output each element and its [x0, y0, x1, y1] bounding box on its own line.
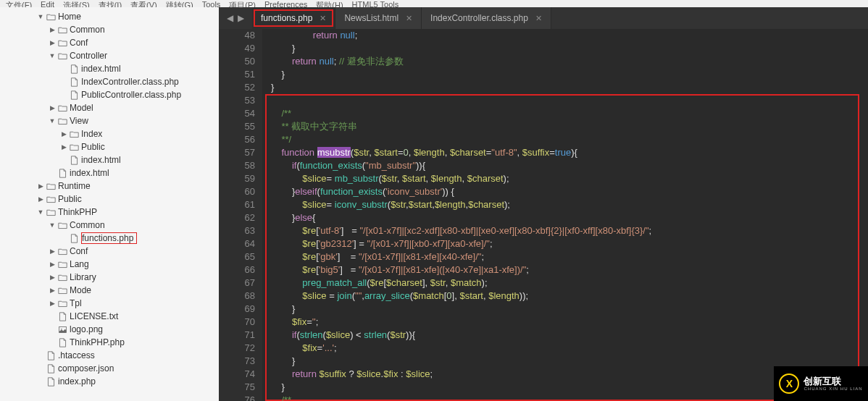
- folder-open-icon: [57, 51, 68, 61]
- file-icon: [57, 338, 68, 347]
- editor-pane: ◀ ▶ functions.php✕NewsList.html✕IndexCon…: [219, 7, 868, 401]
- menu-bar[interactable]: 文件(F)Edit选择(S)查找(I)查看(V)跳转(G)Tools项目(P)P…: [0, 0, 868, 7]
- tree-label: Home: [58, 12, 81, 22]
- tree-item[interactable]: composer.json: [0, 362, 219, 375]
- expander-icon[interactable]: ▼: [36, 208, 45, 216]
- tree-item[interactable]: ▶Lang: [0, 258, 219, 271]
- expander-icon[interactable]: ▼: [48, 117, 57, 124]
- code[interactable]: return null; } return null; // 避免非法参数 }}…: [262, 29, 868, 401]
- tab[interactable]: IndexController.class.php✕: [422, 7, 551, 29]
- tree-item[interactable]: functions.php: [0, 232, 219, 245]
- menu-item[interactable]: 文件(F): [6, 0, 32, 7]
- tree-label: index.html: [81, 155, 121, 165]
- tree-item[interactable]: index.html: [0, 166, 219, 180]
- menu-item[interactable]: HTML5 Tools: [352, 0, 399, 7]
- tree-item[interactable]: ▼ThinkPHP: [0, 206, 219, 219]
- tree-item[interactable]: ThinkPHP.php: [0, 336, 219, 349]
- menu-item[interactable]: 帮助(H): [316, 0, 343, 7]
- tree-item[interactable]: ▶Common: [0, 23, 219, 36]
- tree-item[interactable]: .htaccess: [0, 349, 219, 362]
- folder-icon: [57, 260, 68, 269]
- folder-icon: [68, 130, 80, 139]
- tree-item[interactable]: PublicController.class.php: [0, 88, 219, 101]
- menu-item[interactable]: 查找(I): [99, 0, 122, 7]
- menu-item[interactable]: Preferences: [264, 0, 307, 7]
- expander-icon[interactable]: ▶: [59, 130, 68, 138]
- tree-item[interactable]: ▶Library: [0, 271, 219, 284]
- tree-item[interactable]: ▶Public: [0, 193, 219, 206]
- file-tree[interactable]: ▼Home▶Common▶Conf▼Controllerindex.htmlIn…: [0, 7, 219, 401]
- expander-icon[interactable]: ▼: [48, 52, 57, 59]
- tree-item[interactable]: ▶Runtime: [0, 180, 219, 193]
- tab-nav-arrows[interactable]: ◀ ▶: [219, 7, 252, 29]
- line-gutter: 4849505152535455565758596061626364656667…: [219, 29, 262, 401]
- tree-label: functions.php: [81, 232, 137, 244]
- file-icon: [57, 169, 68, 178]
- menu-item[interactable]: 项目(P): [229, 0, 256, 7]
- tree-label: Common: [70, 220, 105, 230]
- expander-icon[interactable]: ▶: [48, 104, 57, 111]
- expander-icon[interactable]: ▼: [36, 13, 45, 20]
- code-area[interactable]: 4849505152535455565758596061626364656667…: [219, 29, 868, 401]
- svg-point-1: [61, 328, 62, 329]
- tree-item[interactable]: ▼Controller: [0, 49, 219, 62]
- folder-icon: [45, 195, 57, 204]
- menu-item[interactable]: 查看(V): [130, 0, 157, 7]
- tab-bar[interactable]: ◀ ▶ functions.php✕NewsList.html✕IndexCon…: [219, 7, 868, 29]
- tab[interactable]: NewsList.html✕: [335, 7, 422, 29]
- expander-icon[interactable]: ▶: [48, 300, 57, 307]
- folder-icon: [57, 104, 68, 113]
- tree-item[interactable]: ▶Conf: [0, 36, 219, 49]
- tree-label: IndexController.class.php: [81, 77, 179, 87]
- tree-item[interactable]: ▶Conf: [0, 245, 219, 258]
- tree-label: .htaccess: [58, 350, 95, 360]
- expander-icon[interactable]: ▶: [48, 248, 57, 255]
- menu-item[interactable]: Edit: [41, 0, 54, 7]
- tree-item[interactable]: IndexController.class.php: [0, 75, 219, 88]
- tree-label: ThinkPHP.php: [70, 337, 125, 347]
- tree-item[interactable]: ▼Home: [0, 10, 219, 23]
- tree-item[interactable]: ▼View: [0, 114, 219, 127]
- tab[interactable]: functions.php✕: [252, 7, 335, 29]
- expander-icon[interactable]: ▶: [36, 182, 45, 190]
- close-icon[interactable]: ✕: [535, 14, 542, 23]
- tree-label: ThinkPHP: [58, 207, 97, 217]
- expander-icon[interactable]: ▶: [48, 26, 57, 33]
- nav-right-icon[interactable]: ▶: [238, 13, 244, 23]
- close-icon[interactable]: ✕: [320, 14, 326, 23]
- tree-label: View: [70, 116, 88, 126]
- tree-item[interactable]: logo.png: [0, 323, 219, 336]
- file-icon: [45, 351, 57, 360]
- tree-label: Lang: [70, 259, 89, 269]
- expander-icon[interactable]: ▶: [48, 39, 57, 46]
- tree-item[interactable]: ▶Public: [0, 140, 219, 153]
- tree-label: index.php: [58, 376, 96, 387]
- tree-label: LICENSE.txt: [70, 311, 118, 321]
- file-icon: [57, 312, 68, 321]
- tree-item[interactable]: index.html: [0, 153, 219, 166]
- expander-icon[interactable]: ▶: [48, 274, 57, 281]
- tree-item[interactable]: index.html: [0, 62, 219, 75]
- tree-item[interactable]: ▶Mode: [0, 284, 219, 297]
- tree-item[interactable]: LICENSE.txt: [0, 310, 219, 323]
- expander-icon[interactable]: ▶: [59, 143, 68, 151]
- expander-icon[interactable]: ▶: [36, 195, 45, 203]
- tree-item[interactable]: ▶Index: [0, 127, 219, 140]
- tree-item[interactable]: ▶Model: [0, 101, 219, 114]
- folder-open-icon: [45, 12, 57, 22]
- expander-icon[interactable]: ▼: [48, 221, 57, 229]
- tree-item[interactable]: index.php: [0, 375, 219, 388]
- file-icon: [45, 364, 57, 373]
- menu-item[interactable]: 选择(S): [63, 0, 90, 7]
- menu-item[interactable]: 跳转(G): [166, 0, 193, 7]
- tree-item[interactable]: ▼Common: [0, 219, 219, 232]
- menu-item[interactable]: Tools: [202, 0, 221, 7]
- tab-label: IndexController.class.php: [430, 13, 528, 23]
- nav-left-icon[interactable]: ◀: [227, 13, 233, 23]
- folder-icon: [57, 38, 68, 48]
- tree-item[interactable]: ▶Tpl: [0, 297, 219, 310]
- expander-icon[interactable]: ▶: [48, 261, 57, 268]
- expander-icon[interactable]: ▶: [48, 287, 57, 294]
- tree-label: Conf: [70, 38, 88, 48]
- close-icon[interactable]: ✕: [406, 14, 412, 23]
